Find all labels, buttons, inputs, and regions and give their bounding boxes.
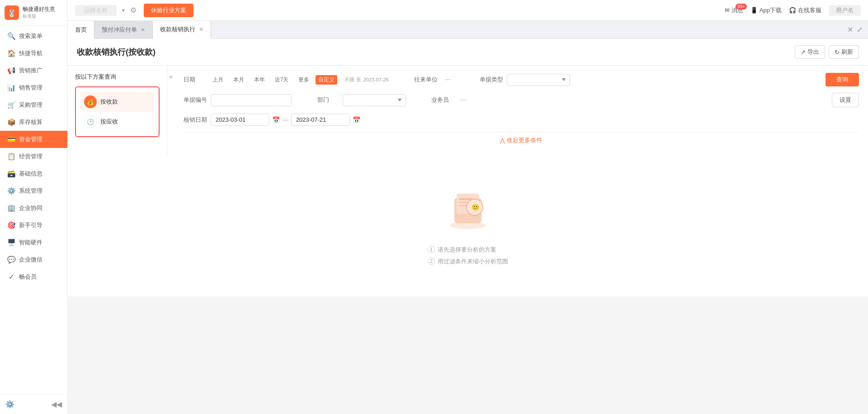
topbar-app-download[interactable]: 📱 App下载 <box>750 6 782 14</box>
sidebar-item-hardware[interactable]: 🖥️ 智能硬件 <box>0 234 67 251</box>
guide-icon: 🎯 <box>7 221 15 229</box>
date-label: 日期 <box>184 76 205 84</box>
filter-field-date: 日期 上月 本月 本年 近7天 更多 自定义 <box>184 75 338 85</box>
verify-date-end-calendar-icon[interactable]: 📅 <box>353 116 360 124</box>
service-icon: 🎧 <box>789 7 796 14</box>
tab-close-action-icon[interactable]: ✕ <box>847 25 853 34</box>
filter-setting-btn-container: 设置 <box>832 93 859 107</box>
verify-date-end-input[interactable] <box>291 114 350 126</box>
sidebar-item-purchase[interactable]: 🛒 采购管理 <box>0 96 67 114</box>
collapse-sidebar-icon[interactable]: ◀◀ <box>51 400 62 409</box>
sidebar-item-system[interactable]: ⚙️ 系统管理 <box>0 182 67 200</box>
filter-option-by-receipt[interactable]: 💰 按收款 <box>80 92 154 112</box>
message-icon: ✉ <box>725 7 730 14</box>
home-icon: 🏠 <box>7 49 15 57</box>
topbar: 品牌名称 ▾ ⚙ 休验行业方案 ✉ 消息 99+ 📱 App下载 🎧 在线客服 … <box>68 0 868 21</box>
filter-option-by-receivable[interactable]: 🕐 按应收 <box>80 112 154 132</box>
filter-row-2: 单据编号 部门 业务员 ··· 设置 <box>184 93 859 107</box>
doc-type-select[interactable] <box>507 74 570 86</box>
tab-home[interactable]: 首页 <box>68 21 94 39</box>
sidebar-label-system: 系统管理 <box>19 187 42 195</box>
filter-selector-title: 按以下方案查询 <box>75 73 160 81</box>
sidebar-nav: 🔍 搜索菜单 🏠 快捷导航 📢 营销推广 📊 销售管理 🛒 采购管理 📦 库存核… <box>0 26 67 394</box>
tip-num-2: 2 <box>428 257 435 265</box>
sidebar-item-operations[interactable]: 📋 经营管理 <box>0 148 67 165</box>
date-to-label: 至 <box>356 76 361 83</box>
sidebar-item-marketing[interactable]: 📢 营销推广 <box>0 62 67 79</box>
sidebar-item-wechat[interactable]: 💬 企业微信 <box>0 251 67 268</box>
topbar-brand: 品牌名称 <box>75 5 117 16</box>
date-btn-last-month[interactable]: 上月 <box>209 75 227 85</box>
logo-text: 畅捷通好生意 <box>23 6 55 13</box>
verify-date-start-input[interactable] <box>211 114 269 126</box>
date-btn-7days[interactable]: 近7天 <box>271 75 292 85</box>
sidebar-label-purchase: 采购管理 <box>19 101 42 109</box>
sidebar-item-member[interactable]: ✓ 畅会员 <box>0 268 67 286</box>
svg-text:😕: 😕 <box>472 204 480 211</box>
tab-receipt-verify-close-icon[interactable]: ✕ <box>199 26 203 33</box>
doc-no-input[interactable] <box>211 94 292 106</box>
by-receipt-label: 按收款 <box>100 98 118 106</box>
marketing-icon: 📢 <box>7 67 15 75</box>
verify-date-separator: — <box>283 116 288 123</box>
refresh-button[interactable]: ↻ 刷新 <box>829 45 859 59</box>
refresh-icon: ↻ <box>835 49 840 56</box>
filter-row-1: 日期 上月 本月 本年 近7天 更多 自定义 不限 至 2023 <box>184 73 859 86</box>
tab-expand-icon[interactable]: ⤢ <box>857 25 863 34</box>
sidebar-item-basic-info[interactable]: 🗃️ 基础信息 <box>0 165 67 182</box>
industry-solution-button[interactable]: 休验行业方案 <box>144 4 193 17</box>
staff-label: 业务员 <box>431 96 453 104</box>
collapse-arrow-icon[interactable]: « <box>169 73 173 80</box>
topbar-dropdown-icon[interactable]: ▾ <box>122 7 125 14</box>
sidebar-item-search-menu[interactable]: 🔍 搜索菜单 <box>0 28 67 45</box>
tab-actions: ✕ ⤢ <box>847 25 868 34</box>
tab-prepay-label: 预付冲应付单 <box>102 26 137 34</box>
topbar-user[interactable]: 用户名 <box>829 5 861 16</box>
collapse-more-bar[interactable]: ⋀ 收起更多条件 <box>184 132 859 148</box>
topbar-online-service[interactable]: 🎧 在线客服 <box>789 6 821 14</box>
tab-prepay[interactable]: 预付冲应付单 ✕ <box>94 21 153 39</box>
date-btn-this-month[interactable]: 本月 <box>230 75 248 85</box>
message-badge: 99+ <box>736 4 747 10</box>
tab-prepay-close-icon[interactable]: ✕ <box>141 27 145 33</box>
export-button[interactable]: ↗ 导出 <box>795 45 825 59</box>
by-receivable-label: 按应收 <box>100 118 118 126</box>
date-btn-custom[interactable]: 自定义 <box>316 75 337 85</box>
empty-tip-1: 1 请先选择要分析的方案 <box>428 246 508 254</box>
filter-query-btn-container: 查询 <box>826 73 859 86</box>
sidebar-item-inventory[interactable]: 📦 库存核算 <box>0 114 67 131</box>
page-actions: ↗ 导出 ↻ 刷新 <box>795 45 859 65</box>
date-btn-this-year[interactable]: 本年 <box>250 75 269 85</box>
topbar-message[interactable]: ✉ 消息 99+ <box>725 6 743 14</box>
filter-collapse-arrow[interactable]: « <box>167 66 175 155</box>
sidebar-item-sales[interactable]: 📊 销售管理 <box>0 79 67 96</box>
sidebar-item-quick-nav[interactable]: 🏠 快捷导航 <box>0 45 67 62</box>
topbar-gear-icon[interactable]: ⚙ <box>130 6 137 14</box>
partner-label: 往来单位 <box>414 76 438 84</box>
settings-bottom-icon[interactable]: ⚙️ <box>5 400 14 409</box>
inventory-icon: 📦 <box>7 118 15 126</box>
collapse-more-label: 收起更多条件 <box>507 136 542 144</box>
sidebar-label-quick-nav: 快捷导航 <box>19 49 42 57</box>
sidebar-item-enterprise[interactable]: 🏢 企业协同 <box>0 200 67 217</box>
setting-button[interactable]: 设置 <box>832 93 859 107</box>
filter-field-staff: 业务员 ··· <box>431 96 470 104</box>
dept-select[interactable] <box>343 94 406 106</box>
staff-dots-icon[interactable]: ··· <box>457 96 470 104</box>
tab-home-label: 首页 <box>75 26 87 34</box>
sidebar-label-member: 畅会员 <box>19 273 37 281</box>
sidebar: 🐰 畅捷通好生意 标准版 🔍 搜索菜单 🏠 快捷导航 📢 营销推广 📊 销售管理… <box>0 0 68 414</box>
sidebar-item-guide[interactable]: 🎯 新手引导 <box>0 217 67 234</box>
enterprise-icon: 🏢 <box>7 204 15 212</box>
verify-date-start-calendar-icon[interactable]: 📅 <box>272 116 280 124</box>
sidebar-item-capital[interactable]: 💳 资金管理 <box>0 131 67 148</box>
sidebar-label-guide: 新手引导 <box>19 221 42 229</box>
page-title: 收款核销执行(按收款) <box>77 47 156 64</box>
query-button[interactable]: 查询 <box>826 73 859 86</box>
partner-dots-icon[interactable]: ··· <box>441 76 454 84</box>
tab-receipt-verify[interactable]: 收款核销执行 ✕ <box>153 21 211 39</box>
filter-field-doc-type: 单据类型 <box>480 74 570 86</box>
verify-date-range: 📅 — 📅 <box>211 114 360 126</box>
date-btn-more[interactable]: 更多 <box>295 75 313 85</box>
sidebar-label-search-menu: 搜索菜单 <box>19 32 42 40</box>
